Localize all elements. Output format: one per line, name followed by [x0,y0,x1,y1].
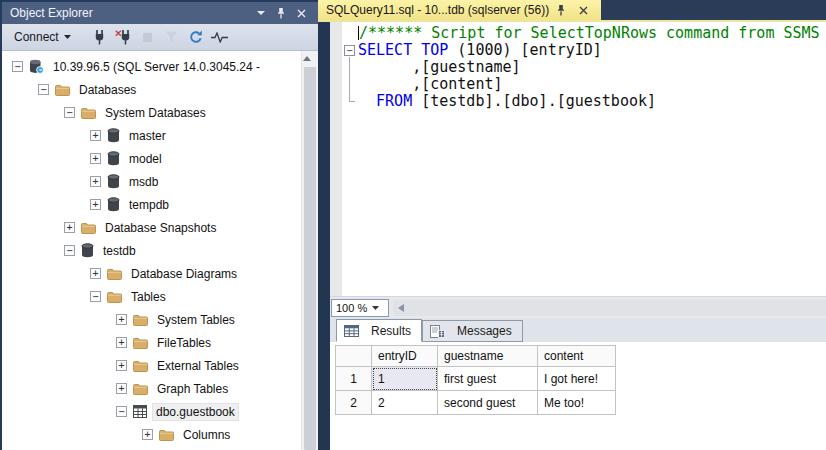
tree-vertical-scrollbar[interactable] [301,51,318,450]
activity-monitor-icon [211,32,228,43]
collapse-minus-icon[interactable]: − [116,406,127,417]
results-grid-icon [344,325,359,337]
expand-plus-icon[interactable]: + [64,222,75,233]
expand-plus-icon[interactable]: + [90,130,101,141]
editor-bottom-strip: 100 % [330,296,826,318]
grid-cell[interactable]: 2 [372,391,438,415]
results-tabstrip: ResultsMessages [330,318,826,342]
collapse-minus-icon[interactable]: − [64,245,75,256]
expand-plus-icon[interactable]: + [116,360,127,371]
sql-editor[interactable]: − /****** Script for SelectTopNRows comm… [330,22,826,296]
tree-item-dbo-guestbook[interactable]: −dbo.guestbook [2,400,301,423]
tree-item-external-tables[interactable]: +External Tables [2,354,301,377]
tree-item-database-diagrams[interactable]: +Database Diagrams [2,262,301,285]
tree-item-tempdb[interactable]: +tempdb [2,193,301,216]
tab-label: Results [371,324,411,338]
scroll-left-icon[interactable] [393,300,409,316]
selection-margin [330,22,342,296]
tab-messages[interactable]: Messages [422,320,523,342]
grid-cell[interactable]: 1 [372,367,438,391]
query-document-tab[interactable]: SQLQuery11.sql - 10...tdb (sqlserver (56… [318,0,601,20]
tree-item-databases[interactable]: −Databases [2,78,301,101]
folder-icon [107,291,122,303]
document-tabstrip: SQLQuery11.sql - 10...tdb (sqlserver (56… [318,0,826,22]
tree-item-filetables[interactable]: +FileTables [2,331,301,354]
editor-zoom-combo[interactable]: 100 % [331,299,389,317]
tree-item-system-tables[interactable]: +System Tables [2,308,301,331]
table-icon [133,405,147,418]
window-menu-button[interactable] [256,5,272,21]
tree-item-graph-tables[interactable]: +Graph Tables [2,377,301,400]
expand-plus-icon[interactable]: + [116,337,127,348]
expand-plus-icon[interactable]: + [116,383,127,394]
collapse-minus-icon[interactable]: − [90,291,101,302]
fold-collapse-icon[interactable]: − [344,45,355,56]
connect-button[interactable]: Connect [8,28,83,46]
tree-item-database-snapshots[interactable]: +Database Snapshots [2,216,301,239]
collapse-minus-icon[interactable]: − [38,84,49,95]
tab-results[interactable]: Results [336,319,422,342]
folder-icon [133,383,148,395]
grid-corner-cell[interactable] [336,346,372,367]
connect-object-button[interactable] [91,26,115,48]
filter-button[interactable] [163,26,187,48]
expand-plus-icon[interactable]: + [90,268,101,279]
object-explorer-titlebar[interactable]: Object Explorer [2,2,318,24]
tree-item-msdb[interactable]: +msdb [2,170,301,193]
tree-item-10-39-96-5-sql-server-14-0-3045-24[interactable]: −10.39.96.5 (SQL Server 14.0.3045.24 - [2,55,301,78]
tree-item-tables[interactable]: −Tables [2,285,301,308]
folder-icon [133,314,148,326]
tree-item-testdb[interactable]: −testdb [2,239,301,262]
grid-cell[interactable]: first guest [438,367,538,391]
refresh-button[interactable] [187,26,211,48]
close-panel-button[interactable] [296,5,312,21]
expand-plus-icon[interactable]: + [90,176,101,187]
code-surface[interactable]: − /****** Script for SelectTopNRows comm… [342,22,826,296]
collapse-minus-icon[interactable]: − [12,61,23,72]
tab-label: Messages [457,324,512,338]
database-icon [107,174,120,189]
grid-cell[interactable]: second guest [438,391,538,415]
refresh-icon [189,30,203,44]
activity-monitor-button[interactable] [211,26,235,48]
row-header[interactable]: 1 [336,367,372,391]
column-header-guestname[interactable]: guestname [438,346,538,367]
close-icon[interactable] [579,6,588,15]
stop-button[interactable] [139,26,163,48]
expand-plus-icon[interactable]: + [116,314,127,325]
tree-item-label: External Tables [154,358,242,374]
grid-cell[interactable]: Me too! [538,391,616,415]
folder-icon [159,429,174,441]
expand-plus-icon[interactable]: + [90,153,101,164]
scrollbar-thumb[interactable] [304,67,316,450]
horizontal-scrollbar[interactable] [393,300,826,316]
grid-cell[interactable]: I got here! [538,367,616,391]
code-line: ,[content] [358,76,826,93]
column-header-entryid[interactable]: entryID [372,346,438,367]
expand-plus-icon[interactable]: + [142,429,153,440]
tree-item-columns[interactable]: +Columns [2,423,301,446]
column-header-content[interactable]: content [538,346,616,367]
tree-item-master[interactable]: +master [2,124,301,147]
scroll-up-button[interactable] [302,51,318,66]
tree-item-system-databases[interactable]: −System Databases [2,101,301,124]
folder-icon [133,337,148,349]
folder-icon [55,84,70,96]
row-header[interactable]: 2 [336,391,372,415]
tree-item-label: FileTables [154,335,214,351]
fold-guide-end [349,101,355,102]
auto-hide-pin-button[interactable] [276,5,292,21]
collapse-minus-icon[interactable]: − [64,107,75,118]
pane-divider[interactable] [318,22,330,450]
tree-item-label: model [126,151,165,167]
expand-plus-icon[interactable]: + [90,199,101,210]
tree-item-model[interactable]: +model [2,147,301,170]
chevron-down-icon [257,11,265,15]
disconnect-button[interactable] [115,26,139,48]
database-icon [81,243,94,258]
tree-item-label: Database Diagrams [128,266,240,282]
connect-object-icon [93,30,106,45]
code-lines: /****** Script for SelectTopNRows comman… [358,25,826,110]
pin-icon[interactable] [556,4,566,17]
connect-label: Connect [14,30,59,44]
